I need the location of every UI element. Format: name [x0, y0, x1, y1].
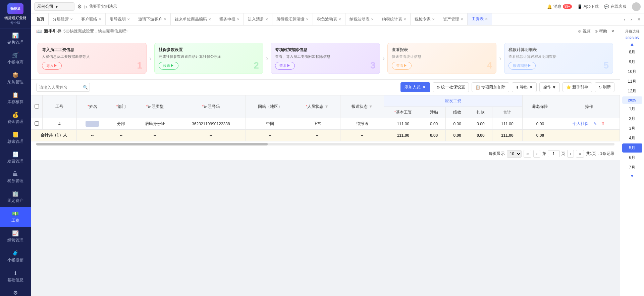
month-item-7[interactable]: 7月 [622, 163, 642, 172]
tab-layered[interactable]: 分层经营 ✕ [49, 13, 77, 26]
company-selector[interactable]: 示例公司 ▼ [34, 2, 74, 11]
guide-video-btn[interactable]: ⊙ 视频 [578, 29, 590, 34]
sidebar-item-finance[interactable]: 💰资金管理 [0, 108, 31, 128]
horizontal-scrollbar[interactable] [36, 143, 614, 145]
sidebar-item-ledger[interactable]: 📒总账管理 [0, 128, 31, 148]
tab-close-icon[interactable]: ✕ [164, 17, 166, 21]
sidebar-item-invoice[interactable]: 🧾发票管理 [0, 148, 31, 168]
last-page-btn[interactable]: » [576, 150, 584, 158]
tab-tax-wave[interactable]: 纳税波动表 ✕ [345, 13, 378, 26]
delete-btn[interactable]: 🗑 [601, 121, 605, 126]
tab-close-icon[interactable]: ✕ [404, 17, 406, 21]
row-checkbox[interactable] [35, 121, 39, 126]
page-input[interactable] [548, 150, 560, 157]
tab-close-icon[interactable]: ✕ [306, 17, 309, 21]
unified-setting-btn[interactable]: ⚙ 统一社保设置 [433, 82, 469, 92]
guide-btn[interactable]: ⭐ 新手引导 [562, 82, 592, 92]
month-item-year-2025[interactable]: 2025 [622, 96, 642, 104]
edit-btn[interactable]: ✎ [593, 121, 597, 126]
app-download-btn[interactable]: 📱 App下载 [577, 4, 599, 9]
sidebar-item-inventory[interactable]: 📋库存核算 [0, 88, 31, 108]
tab-close-icon[interactable]: ✕ [338, 17, 341, 21]
step-4-desc: 快速查看统计信息 [392, 54, 492, 59]
tab-close-icon[interactable]: ✕ [432, 17, 435, 21]
first-page-btn[interactable]: « [524, 150, 531, 158]
step-4-btn[interactable]: 查看▶ [392, 62, 412, 70]
special-deduction-btn[interactable]: 📋 专项附加扣除 [472, 82, 509, 92]
tab-wage-table[interactable]: 工资表 ✕ [468, 13, 492, 26]
month-item-9[interactable]: 9月 [622, 57, 642, 67]
sidebar-item-purchase[interactable]: 📦采购管理 [0, 69, 31, 88]
tab-close-icon[interactable]: ✕ [237, 17, 239, 21]
sidebar-item-wage[interactable]: 💵工资 [0, 207, 31, 227]
month-item-1[interactable]: 1月 [622, 104, 642, 114]
sidebar-item-expense[interactable]: 🧳小畅报销 [0, 247, 31, 266]
step-2-btn[interactable]: 设置▶ [159, 62, 178, 70]
tab-prev-btn[interactable]: ‹ [622, 16, 627, 23]
tab-guide[interactable]: 引导说明 ✕ [106, 13, 134, 26]
sidebar-item-tax[interactable]: 🏛税务管理 [0, 168, 31, 187]
month-item-10[interactable]: 10月 [622, 67, 642, 76]
app-edition: 专业版 [10, 20, 20, 25]
step-5-btn[interactable]: 敬请期待▶ [508, 62, 536, 70]
tab-close-icon[interactable]: ✕ [208, 17, 211, 21]
sidebar-item-operations[interactable]: 📈经营管理 [0, 227, 31, 247]
month-item-6[interactable]: 6月 [622, 153, 642, 162]
tab-tax-stat[interactable]: 纳税统计表 ✕ [378, 13, 411, 26]
select-all-checkbox[interactable] [35, 104, 39, 109]
tab-close-icon[interactable]: ✕ [99, 17, 101, 21]
month-down-btn[interactable]: ▼ [629, 172, 635, 179]
tab-close-icon[interactable]: ✕ [461, 17, 463, 21]
guide-close-btn[interactable]: ✕ [611, 29, 614, 34]
tab-close-icon[interactable]: ✕ [371, 17, 374, 21]
scroll-thumb[interactable] [36, 143, 268, 145]
tab-tax-burden[interactable]: 税负波动表 ✕ [313, 13, 345, 26]
online-service-btn[interactable]: 💬 在线客服 [604, 4, 627, 9]
month-item-5[interactable]: 5月 [622, 143, 642, 153]
month-item-8[interactable]: 8月 [622, 48, 642, 57]
refresh-btn[interactable]: ↻ 刷新 [595, 82, 614, 92]
tab-clearance[interactable]: 进入清册 ✕ [244, 13, 272, 26]
step-1-btn[interactable]: 导入▶ [42, 62, 62, 70]
avatar[interactable] [632, 2, 641, 11]
settings-icon[interactable]: ⚙ [77, 3, 82, 10]
add-person-btn[interactable]: 添加人员 ▼ [400, 82, 430, 92]
next-page-btn[interactable]: › [567, 150, 574, 158]
tab-close-icon[interactable]: ✕ [127, 17, 130, 21]
month-item-11[interactable]: 11月 [622, 77, 642, 86]
tab-income-tax[interactable]: 所得税汇算清缴 ✕ [272, 13, 313, 26]
month-item-12[interactable]: 12月 [622, 87, 642, 96]
month-panel-year: 2023.05 [625, 35, 640, 41]
tab-next-btn[interactable]: › [629, 16, 634, 23]
export-btn[interactable]: ⬇ 导出 ▼ [512, 82, 537, 92]
tab-product-code[interactable]: 往来单位商品编码 ✕ [171, 13, 215, 26]
sidebar-item-assets[interactable]: 🏢固定资产 [0, 187, 31, 207]
per-page-select[interactable]: 10 20 50 [507, 150, 522, 158]
tab-home[interactable]: 首页 [32, 13, 49, 26]
sidebar-item-sales[interactable]: 📊销售管理 [0, 29, 31, 49]
tab-invite[interactable]: 邀请下游客户 ✕ [134, 13, 171, 26]
tab-close-icon[interactable]: ✕ [485, 17, 488, 21]
search-input[interactable] [36, 83, 90, 92]
tab-contact[interactable]: 客户联络 ✕ [77, 13, 106, 26]
sidebar-item-ecommerce[interactable]: 🛒小畅电商 [0, 49, 31, 69]
personal-insurance-btn[interactable]: 个人社保 [573, 121, 589, 126]
sidebar-item-system[interactable]: ⚙系统管理 [0, 286, 31, 296]
tab-close-icon[interactable]: ✕ [70, 17, 73, 21]
tab-close-all-btn[interactable]: ✕ [635, 16, 643, 23]
message-btn[interactable]: 🔔 消息 99+ [547, 4, 572, 9]
tab-tax-report[interactable]: 税务申报 ✕ [215, 13, 244, 26]
prev-page-btn[interactable]: ‹ [533, 150, 540, 158]
demo-link[interactable]: ▷ 我要看实例演示 [85, 4, 117, 9]
month-item-3[interactable]: 3月 [622, 124, 642, 133]
month-item-4[interactable]: 4月 [622, 134, 642, 143]
tab-tax-expert[interactable]: 税检专家 ✕ [411, 13, 439, 26]
month-up-btn[interactable]: ▲ [629, 41, 635, 47]
tab-asset-mgmt[interactable]: 资产管理 ✕ [439, 13, 468, 26]
operation-btn[interactable]: 操作 ▼ [539, 82, 560, 92]
month-item-2[interactable]: 2月 [622, 114, 642, 123]
tab-close-icon[interactable]: ✕ [265, 17, 268, 21]
guide-help-btn[interactable]: ⊙ 帮助 [595, 29, 607, 34]
step-3-btn[interactable]: 查看▶ [275, 62, 295, 70]
sidebar-item-basicinfo[interactable]: ℹ基础信息 [0, 266, 31, 286]
